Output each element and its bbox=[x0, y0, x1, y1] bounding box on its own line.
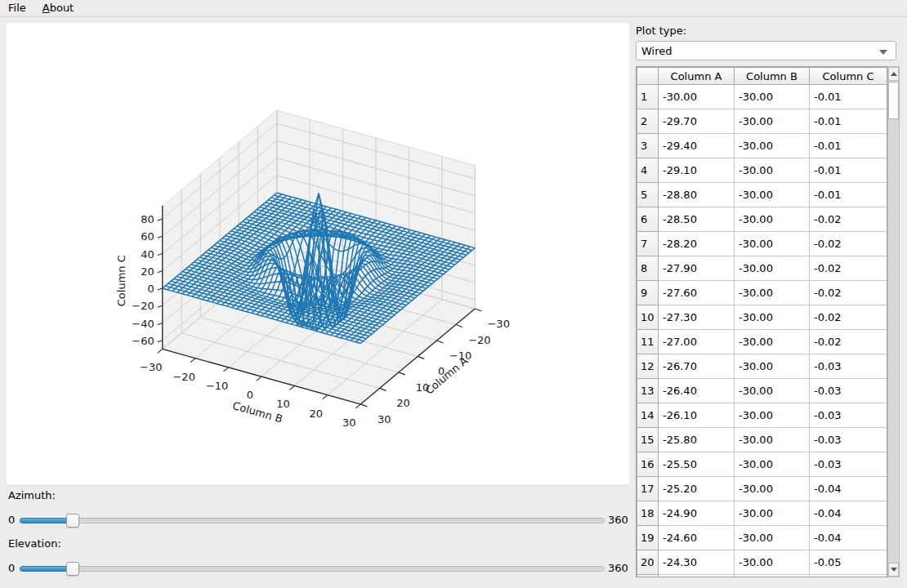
table-cell[interactable]: -0.02 bbox=[810, 330, 887, 354]
table-cell[interactable]: -30.00 bbox=[735, 232, 810, 256]
table-cell[interactable]: -24.30 bbox=[659, 550, 735, 575]
table-row[interactable]: 10-27.30-30.00-0.02 bbox=[637, 305, 887, 330]
table-cell[interactable]: -24.60 bbox=[659, 526, 735, 550]
table-row[interactable]: 3-29.40-30.00-0.01 bbox=[637, 134, 887, 158]
table-row[interactable]: 4-29.10-30.00-0.01 bbox=[637, 158, 887, 183]
table-row[interactable]: 13-26.40-30.00-0.03 bbox=[637, 379, 887, 403]
table-cell[interactable]: -27.30 bbox=[659, 305, 735, 330]
menu-about[interactable]: About bbox=[34, 0, 82, 16]
scrollbar-down-icon[interactable] bbox=[888, 563, 899, 577]
table-cell[interactable]: -30.00 bbox=[735, 207, 810, 232]
table-cell[interactable] bbox=[810, 575, 887, 578]
table-row[interactable]: 1-30.00-30.00-0.01 bbox=[637, 85, 887, 109]
table-cell[interactable]: -26.10 bbox=[659, 403, 735, 428]
table-row[interactable]: 9-27.60-30.00-0.02 bbox=[637, 281, 887, 305]
row-number-cell[interactable]: 15 bbox=[637, 428, 659, 452]
slider-handle[interactable] bbox=[66, 514, 79, 528]
table-header-column-a[interactable]: Column A bbox=[659, 68, 735, 85]
row-number-cell[interactable]: 14 bbox=[637, 403, 659, 428]
table-cell[interactable]: -30.00 bbox=[735, 330, 810, 354]
table-cell[interactable]: -0.01 bbox=[810, 109, 887, 134]
scrollbar-up-icon[interactable] bbox=[888, 67, 899, 81]
table-cell[interactable]: -0.03 bbox=[810, 428, 887, 452]
scrollbar-thumb[interactable] bbox=[888, 82, 899, 119]
table-cell[interactable]: -0.04 bbox=[810, 526, 887, 550]
table-cell[interactable]: -30.00 bbox=[659, 85, 735, 109]
table-cell[interactable]: -30.00 bbox=[735, 403, 810, 428]
table-row[interactable]: 5-28.80-30.00-0.01 bbox=[637, 183, 887, 207]
table-cell[interactable]: -28.80 bbox=[659, 183, 735, 207]
table-cell[interactable]: -30.00 bbox=[735, 158, 810, 183]
row-number-cell[interactable]: 7 bbox=[637, 232, 659, 256]
table-cell[interactable]: -25.20 bbox=[659, 477, 735, 501]
table-cell[interactable]: -27.90 bbox=[659, 256, 735, 281]
table-cell[interactable]: -30.00 bbox=[735, 452, 810, 477]
table-cell[interactable]: -0.01 bbox=[810, 183, 887, 207]
row-number-cell[interactable]: 13 bbox=[637, 379, 659, 403]
table-cell[interactable]: -0.04 bbox=[810, 477, 887, 501]
row-number-cell[interactable]: 5 bbox=[637, 183, 659, 207]
table-row[interactable]: 11-27.00-30.00-0.02 bbox=[637, 330, 887, 354]
table-cell[interactable]: -30.00 bbox=[735, 134, 810, 158]
table-cell[interactable]: -0.03 bbox=[810, 379, 887, 403]
table-row[interactable]: 19-24.60-30.00-0.04 bbox=[637, 526, 887, 550]
slider-track[interactable] bbox=[20, 566, 605, 572]
table-cell[interactable]: -30.00 bbox=[735, 428, 810, 452]
table-cell[interactable]: -29.10 bbox=[659, 158, 735, 183]
table-cell[interactable]: -0.02 bbox=[810, 207, 887, 232]
row-number-cell[interactable]: 3 bbox=[637, 134, 659, 158]
elevation-slider[interactable] bbox=[20, 561, 605, 576]
table-cell[interactable]: -27.60 bbox=[659, 281, 735, 305]
slider-handle[interactable] bbox=[66, 562, 79, 576]
table-cell[interactable]: -29.70 bbox=[659, 109, 735, 134]
table-cell[interactable]: -25.80 bbox=[659, 428, 735, 452]
row-number-cell[interactable]: 18 bbox=[637, 501, 659, 526]
table-cell[interactable]: -0.02 bbox=[810, 305, 887, 330]
table-cell[interactable]: -25.50 bbox=[659, 452, 735, 477]
table-row[interactable]: 12-26.70-30.00-0.03 bbox=[637, 354, 887, 379]
row-number-cell[interactable]: 20 bbox=[637, 550, 659, 575]
table-row[interactable]: 20-24.30-30.00-0.05 bbox=[637, 550, 887, 575]
table-cell[interactable]: -0.01 bbox=[810, 85, 887, 109]
row-number-cell[interactable]: 16 bbox=[637, 452, 659, 477]
table-header-column-c[interactable]: Column C bbox=[810, 68, 887, 85]
chevron-down-icon[interactable] bbox=[879, 50, 887, 55]
row-number-cell[interactable]: 19 bbox=[637, 526, 659, 550]
table-cell[interactable]: -30.00 bbox=[735, 305, 810, 330]
table-cell[interactable]: -27.00 bbox=[659, 330, 735, 354]
table-cell[interactable]: -24.90 bbox=[659, 501, 735, 526]
table-row[interactable]: 6-28.50-30.00-0.02 bbox=[637, 207, 887, 232]
table-cell[interactable]: -30.00 bbox=[735, 526, 810, 550]
table-cell[interactable]: -0.02 bbox=[810, 281, 887, 305]
table-cell[interactable]: -0.03 bbox=[810, 452, 887, 477]
row-number-cell[interactable]: 6 bbox=[637, 207, 659, 232]
table-row[interactable]: 16-25.50-30.00-0.03 bbox=[637, 452, 887, 477]
azimuth-slider[interactable] bbox=[20, 513, 605, 528]
table-cell[interactable]: -28.50 bbox=[659, 207, 735, 232]
table-row[interactable] bbox=[637, 575, 887, 578]
table-cell[interactable] bbox=[659, 575, 735, 578]
table-cell[interactable]: -30.00 bbox=[735, 501, 810, 526]
table-row[interactable]: 14-26.10-30.00-0.03 bbox=[637, 403, 887, 428]
menu-file[interactable]: File bbox=[0, 0, 34, 16]
table-cell[interactable]: -30.00 bbox=[735, 256, 810, 281]
table-header-corner[interactable] bbox=[637, 68, 659, 85]
table-cell[interactable]: -0.03 bbox=[810, 403, 887, 428]
table-cell[interactable]: -0.04 bbox=[810, 501, 887, 526]
row-number-cell[interactable]: 10 bbox=[637, 305, 659, 330]
table-cell[interactable]: -30.00 bbox=[735, 550, 810, 575]
plot-type-combobox[interactable]: Wired bbox=[636, 41, 896, 60]
table-row[interactable]: 8-27.90-30.00-0.02 bbox=[637, 256, 887, 281]
row-number-cell[interactable]: 4 bbox=[637, 158, 659, 183]
row-number-cell[interactable]: 1 bbox=[637, 85, 659, 109]
row-number-cell[interactable]: 17 bbox=[637, 477, 659, 501]
table-cell[interactable]: -30.00 bbox=[735, 379, 810, 403]
row-number-cell[interactable]: 8 bbox=[637, 256, 659, 281]
slider-track[interactable] bbox=[20, 518, 605, 523]
table-cell[interactable]: -0.01 bbox=[810, 134, 887, 158]
table-cell[interactable]: -30.00 bbox=[735, 477, 810, 501]
table-cell[interactable]: -26.70 bbox=[659, 354, 735, 379]
table-row[interactable]: 15-25.80-30.00-0.03 bbox=[637, 428, 887, 452]
table-cell[interactable]: -0.05 bbox=[810, 550, 887, 575]
table-scrollbar[interactable] bbox=[887, 66, 900, 577]
